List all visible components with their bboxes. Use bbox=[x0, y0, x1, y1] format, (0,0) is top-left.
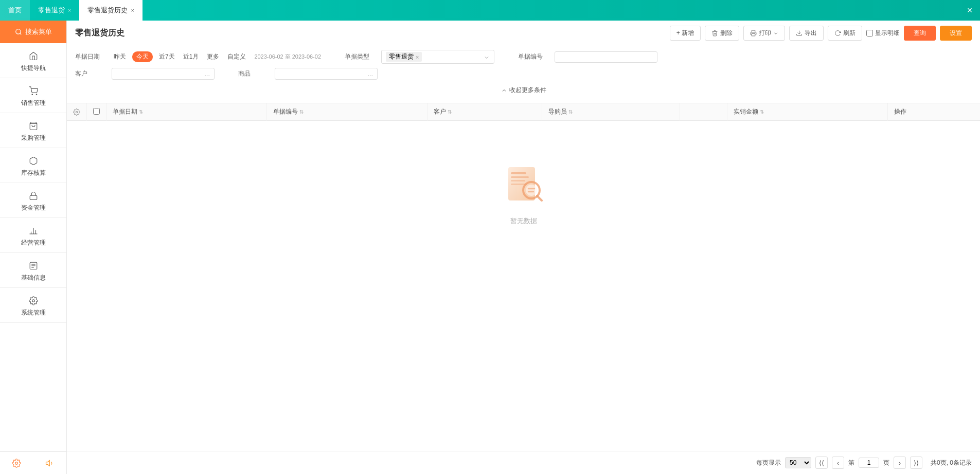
date-btn-custom[interactable]: 自定义 bbox=[225, 51, 248, 62]
page-header: 零售退货历史 + 新增 删除 bbox=[67, 21, 980, 103]
box-icon bbox=[28, 155, 39, 167]
sidebar: 搜索菜单 快捷导航 销售管理 bbox=[0, 21, 67, 474]
svg-point-26 bbox=[526, 185, 537, 196]
sidebar-item-sales-mgmt[interactable]: 销售管理 bbox=[0, 78, 66, 113]
print-dropdown-icon bbox=[773, 31, 778, 36]
window-close-button[interactable]: × bbox=[959, 0, 980, 21]
show-detail-checkbox[interactable]: 显示明细 bbox=[866, 29, 900, 38]
type-dropdown-arrow[interactable] bbox=[484, 53, 490, 61]
svg-point-19 bbox=[76, 111, 78, 113]
first-page-button[interactable]: ⟨⟨ bbox=[815, 457, 828, 469]
export-icon bbox=[796, 30, 803, 37]
th-number[interactable]: 单据编号 bbox=[266, 103, 427, 121]
export-button[interactable]: 导出 bbox=[789, 26, 824, 41]
setting-button[interactable]: 设置 bbox=[940, 26, 972, 41]
volume-footer-button[interactable] bbox=[45, 459, 55, 468]
date-btn-yesterday[interactable]: 昨天 bbox=[112, 51, 128, 62]
sidebar-item-inventory[interactable]: 库存核算 bbox=[0, 148, 66, 183]
date-btn-more[interactable]: 更多 bbox=[205, 51, 221, 62]
page-number-input[interactable] bbox=[859, 458, 879, 468]
tab-retail-return-history[interactable]: 零售退货历史 × bbox=[79, 0, 142, 21]
next-page-button[interactable]: › bbox=[894, 457, 906, 469]
svg-point-0 bbox=[15, 29, 20, 34]
empty-text: 暂无数据 bbox=[510, 216, 537, 226]
print-icon bbox=[750, 30, 757, 37]
tab-retail-return-history-close[interactable]: × bbox=[131, 7, 134, 13]
pagination-bar: 每页显示 50 10 20 100 ⟨⟨ ‹ 第 页 › ⟩⟩ 共0页, 0条记… bbox=[67, 451, 980, 474]
date-filter-label: 单据日期 bbox=[75, 52, 103, 61]
sidebar-item-system-mgmt[interactable]: 系统管理 bbox=[0, 288, 66, 323]
type-tag: 零售退货 × bbox=[386, 52, 422, 62]
filter-area: 单据日期 昨天 今天 近7天 近1月 更多 自定义 2023-06-02 至 2… bbox=[75, 46, 972, 103]
type-filter-label: 单据类型 bbox=[345, 52, 373, 61]
settings-icon bbox=[28, 295, 39, 306]
prev-page-button[interactable]: ‹ bbox=[832, 457, 844, 469]
svg-rect-22 bbox=[511, 176, 529, 178]
select-all-checkbox[interactable] bbox=[93, 108, 100, 115]
home-icon bbox=[28, 50, 39, 62]
document-icon bbox=[28, 260, 39, 271]
customer-ellipsis: ... bbox=[204, 70, 210, 78]
goods-input[interactable] bbox=[279, 70, 365, 78]
type-tag-remove[interactable]: × bbox=[416, 54, 419, 60]
print-button[interactable]: 打印 bbox=[743, 26, 785, 41]
number-input[interactable] bbox=[559, 53, 653, 61]
svg-line-27 bbox=[537, 196, 542, 200]
date-filter-options: 昨天 今天 近7天 近1月 更多 自定义 2023-06-02 至 2023-0… bbox=[112, 51, 321, 62]
sidebar-search[interactable]: 搜索菜单 bbox=[0, 21, 66, 43]
filter-row-1: 单据日期 昨天 今天 近7天 近1月 更多 自定义 2023-06-02 至 2… bbox=[75, 50, 972, 64]
table-wrap: 单据日期 单据编号 客户 导购员 实销金额 bbox=[67, 103, 980, 451]
sidebar-item-quick-nav[interactable]: 快捷导航 bbox=[0, 43, 66, 78]
per-page-select[interactable]: 50 10 20 100 bbox=[785, 457, 811, 468]
svg-line-1 bbox=[20, 33, 21, 35]
refresh-icon bbox=[834, 30, 841, 37]
th-guide[interactable]: 导购员 bbox=[542, 103, 680, 121]
customer-filter-input[interactable]: ... bbox=[112, 68, 215, 80]
type-filter-input[interactable]: 零售退货 × bbox=[381, 50, 494, 64]
th-gear-icon bbox=[73, 108, 80, 116]
query-button[interactable]: 查询 bbox=[904, 26, 936, 41]
sidebar-item-operations[interactable]: 经营管理 bbox=[0, 218, 66, 253]
content-area: 零售退货历史 + 新增 删除 bbox=[67, 21, 980, 474]
th-date[interactable]: 单据日期 bbox=[106, 103, 267, 121]
svg-point-2 bbox=[32, 94, 33, 95]
last-page-button[interactable]: ⟩⟩ bbox=[910, 457, 922, 469]
table-body: 暂无数据 bbox=[67, 121, 980, 257]
refresh-button[interactable]: 刷新 bbox=[828, 26, 862, 41]
page-label: 第 bbox=[848, 459, 854, 467]
tab-retail-return[interactable]: 零售退货 × bbox=[30, 0, 79, 21]
sidebar-item-basic-info[interactable]: 基础信息 bbox=[0, 253, 66, 288]
svg-rect-23 bbox=[511, 180, 525, 181]
th-check[interactable] bbox=[87, 103, 106, 121]
th-customer[interactable]: 客户 bbox=[427, 103, 542, 121]
new-button[interactable]: + 新增 bbox=[670, 26, 701, 41]
date-range-display: 2023-06-02 至 2023-06-02 bbox=[254, 53, 321, 61]
date-btn-today[interactable]: 今天 bbox=[132, 51, 153, 62]
tab-retail-return-close[interactable]: × bbox=[68, 7, 71, 13]
th-gear[interactable] bbox=[67, 103, 87, 121]
empty-state: 暂无数据 bbox=[67, 121, 980, 257]
delete-button[interactable]: 删除 bbox=[705, 26, 739, 41]
svg-point-14 bbox=[32, 300, 34, 302]
date-btn-1month[interactable]: 近1月 bbox=[181, 51, 201, 62]
sidebar-item-purchase-mgmt[interactable]: 采购管理 bbox=[0, 113, 66, 148]
total-info: 共0页, 0条记录 bbox=[931, 459, 972, 467]
customer-input[interactable] bbox=[116, 70, 202, 78]
gear-footer-button[interactable] bbox=[12, 459, 21, 468]
customer-filter-label: 客户 bbox=[75, 69, 103, 78]
sidebar-item-finance[interactable]: 资金管理 bbox=[0, 183, 66, 218]
lock-icon bbox=[28, 190, 39, 202]
shopping-icon bbox=[28, 85, 39, 97]
tab-home[interactable]: 首页 bbox=[0, 0, 30, 21]
th-amount[interactable]: 实销金额 bbox=[727, 103, 888, 121]
number-filter-input[interactable] bbox=[555, 51, 657, 63]
volume-icon bbox=[45, 459, 55, 468]
th-spacer bbox=[680, 103, 727, 121]
sidebar-items: 快捷导航 销售管理 采购管理 bbox=[0, 43, 66, 451]
collapse-bar[interactable]: 收起更多条件 bbox=[75, 84, 972, 99]
show-detail-input[interactable] bbox=[866, 30, 873, 37]
number-filter-label: 单据编号 bbox=[518, 52, 546, 61]
date-btn-7days[interactable]: 近7天 bbox=[157, 51, 177, 62]
table-header-row: 单据日期 单据编号 客户 导购员 实销金额 bbox=[67, 103, 980, 121]
goods-filter-input[interactable]: ... bbox=[275, 68, 378, 80]
